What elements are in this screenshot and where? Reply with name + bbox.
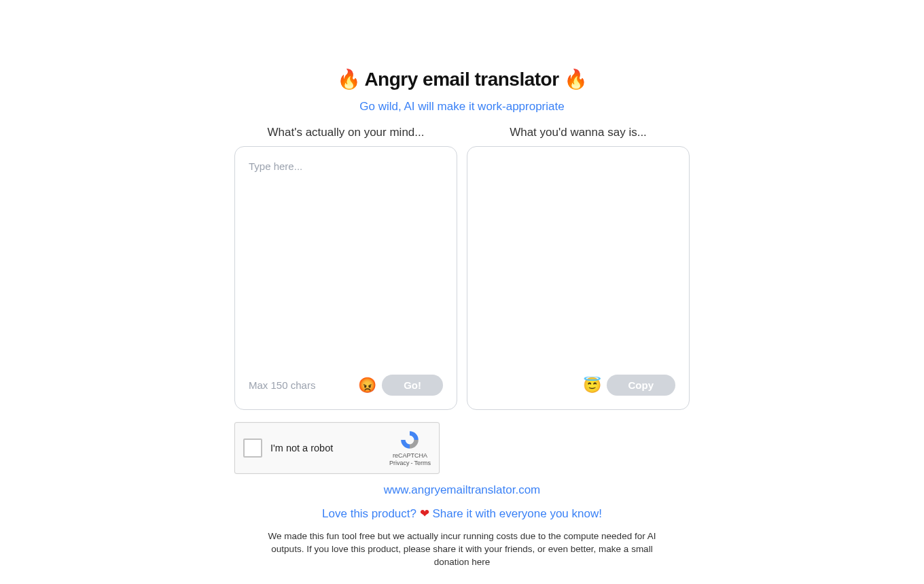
input-panel-label: What's actually on your mind... <box>268 126 425 139</box>
recaptcha-links: Privacy - Terms <box>389 460 431 467</box>
love-line: Love this product? ❤ Share it with every… <box>322 506 602 521</box>
recaptcha-brand: reCAPTCHA <box>393 452 427 460</box>
cost-text: We made this fun tool free but we actual… <box>255 530 669 569</box>
heart-icon: ❤ <box>420 507 429 520</box>
copy-button[interactable]: Copy <box>607 375 676 396</box>
input-panel-wrapper: What's actually on your mind... Max 150 … <box>234 126 457 410</box>
love-line-prefix: Love this product? <box>322 507 420 520</box>
recaptcha-terms-link[interactable]: Terms <box>414 460 431 467</box>
subtitle: Go wild, AI will make it work-appropriat… <box>359 100 564 114</box>
site-url[interactable]: www.angryemailtranslator.com <box>384 483 541 497</box>
translated-output <box>481 160 675 369</box>
max-chars-text: Max 150 chars <box>249 379 315 391</box>
recaptcha-label: I'm not a robot <box>270 443 389 453</box>
recaptcha-badge: reCAPTCHA Privacy - Terms <box>389 429 431 467</box>
output-panel-label: What you'd wanna say is... <box>510 126 647 139</box>
output-panel-wrapper: What you'd wanna say is... 😇 Copy <box>467 126 690 410</box>
input-panel: Max 150 chars 😡 Go! <box>234 146 457 410</box>
recaptcha-checkbox[interactable] <box>243 439 262 458</box>
angel-face-icon: 😇 <box>583 378 601 393</box>
output-panel: 😇 Copy <box>467 146 690 410</box>
page-title: 🔥 Angry email translator 🔥 <box>337 68 588 90</box>
input-panel-footer: Max 150 chars 😡 Go! <box>249 375 443 396</box>
love-line-suffix: Share it with everyone you know! <box>429 507 602 520</box>
output-panel-footer: 😇 Copy <box>481 375 675 396</box>
recaptcha-row: I'm not a robot reCAPTCHA Privacy - Term… <box>234 422 690 474</box>
recaptcha-icon <box>399 429 421 451</box>
angry-input[interactable] <box>249 160 443 369</box>
recaptcha-privacy-link[interactable]: Privacy <box>389 460 410 467</box>
go-button[interactable]: Go! <box>382 375 443 396</box>
panels-container: What's actually on your mind... Max 150 … <box>234 126 690 410</box>
recaptcha-widget: I'm not a robot reCAPTCHA Privacy - Term… <box>234 422 440 474</box>
angry-face-icon: 😡 <box>358 378 376 393</box>
